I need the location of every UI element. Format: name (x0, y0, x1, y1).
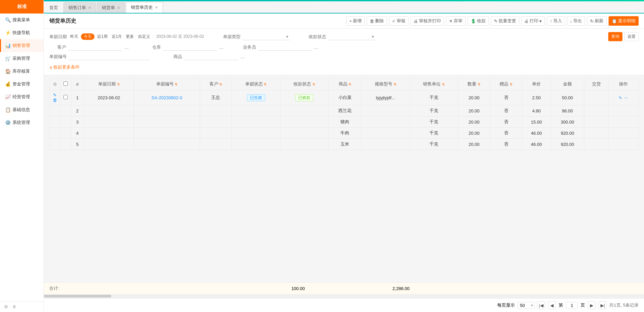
sidebar-item-system-mgmt[interactable]: ⚙️ 系统管理 (0, 116, 44, 129)
th-amount: 金额 (551, 78, 584, 90)
new-button[interactable]: + 新增 (346, 16, 365, 26)
collapse-button[interactable]: ∧ 收起更多条件 (49, 63, 639, 72)
sidebar-item-operations[interactable]: 📈 经营管理 (0, 90, 44, 103)
row-edit-icon[interactable]: ✎ (53, 93, 57, 98)
staff-input[interactable] (258, 44, 312, 51)
td-goods: 猪肉 (329, 116, 361, 128)
sort-doc-no-icon[interactable]: ⇅ (175, 82, 177, 86)
page-prev-btn[interactable]: ◀ (548, 301, 556, 309)
sort-spec-icon[interactable]: ⇅ (394, 82, 396, 86)
sort-doc-date-icon[interactable]: ⇅ (117, 82, 120, 86)
shortcut-custom[interactable]: 自定义 (137, 33, 151, 40)
page-last-btn[interactable]: ▶| (598, 301, 607, 309)
show-detail-button[interactable]: 📋 显示明细 (609, 16, 639, 26)
tab-bar: 首页 销售订单 ✕ 销货单 ✕ 销货单历史 ✕ (44, 1, 644, 14)
horizontal-scrollbar[interactable] (44, 294, 644, 298)
hscroll-thumb[interactable] (44, 295, 111, 297)
sidebar-item-sales-mgmt[interactable]: 📊 销售管理 (0, 39, 44, 52)
warehouse-dots-btn[interactable]: ... (219, 45, 223, 50)
sort-gift-icon[interactable]: ⇅ (510, 82, 512, 86)
sort-goods-icon[interactable]: ⇅ (348, 82, 351, 86)
shortcut-more[interactable]: 更多 (124, 33, 135, 40)
td-quantity: 20.00 (458, 116, 490, 128)
shortcut-last30[interactable]: 近1月 (110, 33, 123, 40)
delete-button[interactable]: 🗑 删除 (367, 16, 387, 26)
settings-filter-button[interactable]: 设置 (624, 32, 639, 41)
th-gift[interactable]: 赠品 ⇅ (490, 78, 522, 90)
sidebar-item-inventory[interactable]: 🏠 库存核算 (0, 65, 44, 78)
sidebar-item-quick-nav[interactable]: ⚡ 快捷导航 (0, 26, 44, 39)
page-next-btn[interactable]: ▶ (588, 301, 596, 309)
sidebar-item-purchase-mgmt[interactable]: 🛒 采购管理 (0, 52, 44, 65)
doc-no-link[interactable]: SA-20230602-0 (151, 95, 182, 100)
page-first-btn[interactable]: |◀ (537, 301, 545, 309)
docno-input[interactable] (69, 53, 150, 60)
th-unit[interactable]: 销售单位 ⇅ (410, 78, 458, 90)
th-settings[interactable]: ⚙ (50, 78, 60, 90)
select-all-checkbox[interactable] (63, 81, 68, 86)
row-delete-icon[interactable]: 🗑 (53, 98, 57, 103)
th-spec[interactable]: 规格型号 ⇅ (361, 78, 410, 90)
sort-quantity-icon[interactable]: ⇅ (478, 82, 480, 86)
th-doc-date[interactable]: 单据日期 ⇅ (84, 78, 134, 90)
th-goods[interactable]: 商品 ⇅ (329, 78, 361, 90)
th-action: 操作 (609, 78, 638, 90)
th-payment-status[interactable]: 收款状态 ⇅ (280, 78, 328, 90)
warehouse-input[interactable] (163, 44, 217, 51)
td-unit: 千克 (410, 90, 458, 105)
settings-bottom-icon[interactable]: ⚙ (4, 304, 8, 309)
action-more[interactable]: ⋯ (624, 96, 628, 100)
settings-gear-icon[interactable]: ⚙ (53, 82, 57, 87)
th-doc-no[interactable]: 单据编号 ⇅ (134, 78, 200, 90)
tab-close-sales-order[interactable]: ✕ (88, 6, 91, 10)
goods-dots-btn[interactable]: ... (240, 54, 245, 59)
shortcut-today[interactable]: 今天 (81, 33, 94, 40)
shortcut-last7[interactable]: 近1周 (96, 33, 109, 40)
sort-payment-status-icon[interactable]: ⇅ (312, 82, 315, 86)
staff-dots-btn[interactable]: ... (314, 45, 318, 50)
export-button[interactable]: ↓ 导出 (567, 16, 585, 26)
print-button[interactable]: 🖨 打印 ▾ (521, 16, 545, 26)
goods-input[interactable] (184, 53, 238, 60)
tab-sales-order[interactable]: 销售订单 ✕ (63, 2, 96, 13)
page-input[interactable] (566, 302, 578, 309)
customer-dots-btn[interactable]: ... (124, 45, 129, 50)
customer-input[interactable] (68, 44, 122, 51)
query-button[interactable]: 查询 (608, 32, 622, 41)
td-settings: ✎🗑 (50, 90, 60, 105)
import-button[interactable]: ↑ 导入 (547, 16, 565, 26)
filter-row-1: 单据日期 昨天 今天 近1周 近1月 更多 自定义 2023-06-02 至 2… (49, 32, 639, 41)
doc-type-select[interactable] (243, 33, 290, 40)
page-size-select[interactable]: 50 10 20 100 (517, 302, 534, 309)
th-customer[interactable]: 客户 ⇅ (200, 78, 232, 90)
batch-change-button[interactable]: ✎ 批量变更 (491, 16, 519, 26)
sidebar-item-finance[interactable]: 💰 资金管理 (0, 78, 44, 90)
sidebar-item-search-menu[interactable]: 🔍 搜索菜单 (0, 14, 44, 26)
sort-customer-icon[interactable]: ⇅ (219, 82, 222, 86)
audit-button[interactable]: ✓ 审核 (389, 16, 409, 26)
sidebar-item-basic-info[interactable]: 📋 基础信息 (0, 103, 44, 116)
abandon-button[interactable]: ✕ 弃审 (446, 16, 466, 26)
collect-button[interactable]: 💲 收款 (468, 16, 489, 26)
tab-close-sales-goods[interactable]: ✕ (117, 6, 120, 10)
payment-status-select[interactable] (328, 33, 375, 40)
sort-unit-icon[interactable]: ⇅ (442, 82, 445, 86)
tab-sales-history[interactable]: 销货单历史 ✕ (126, 2, 163, 13)
td-amount: 300.00 (551, 116, 584, 128)
row-checkbox[interactable] (63, 95, 68, 99)
action-edit[interactable]: ✎ (619, 96, 622, 100)
tab-home[interactable]: 首页 (44, 3, 63, 13)
refresh-button[interactable]: ↻ 刷新 (587, 16, 607, 26)
tab-close-sales-history[interactable]: ✕ (155, 5, 158, 10)
th-check[interactable] (60, 78, 71, 90)
td-doc-no (134, 105, 200, 116)
td-action (609, 128, 638, 139)
th-doc-status[interactable]: 单据状态 ⇅ (232, 78, 280, 90)
shortcut-yesterday[interactable]: 昨天 (69, 33, 80, 40)
th-quantity[interactable]: 数量 ⇅ (458, 78, 490, 90)
td-goods: 小白菜 (329, 90, 361, 105)
tab-sales-goods[interactable]: 销货单 ✕ (97, 2, 125, 13)
audit-print-button[interactable]: 🖨 审核并打印 (411, 16, 444, 26)
sort-doc-status-icon[interactable]: ⇅ (264, 82, 267, 86)
pause-icon[interactable]: ⏸ (12, 304, 17, 309)
